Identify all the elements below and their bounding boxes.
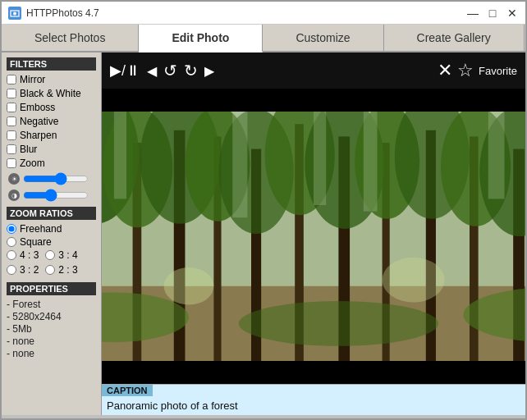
prop-dimensions: - 5280x2464 xyxy=(7,311,96,322)
zoom-4-3: 4 : 3 xyxy=(7,249,39,261)
photo-area: ▶/⏸ ◀ ↺ ↻ ▶ ✕ ☆ Favorite xyxy=(102,52,525,415)
favorite-section: ✕ ☆ Favorite xyxy=(438,60,517,81)
tab-select-photos[interactable]: Select Photos xyxy=(2,25,139,51)
filter-mirror-checkbox[interactable] xyxy=(7,75,16,84)
filter-bw: Black & White xyxy=(7,88,96,99)
filter-zoom: Zoom xyxy=(7,158,96,169)
svg-rect-41 xyxy=(232,112,247,217)
zoom-3-4: 3 : 4 xyxy=(45,249,77,261)
filter-emboss-label: Emboss xyxy=(20,102,55,113)
window-controls: — □ ✕ xyxy=(466,7,519,20)
filter-emboss-checkbox[interactable] xyxy=(7,103,16,112)
filter-zoom-checkbox[interactable] xyxy=(7,158,16,168)
title-bar: HTTPPhotos 4.7 — □ ✕ xyxy=(2,2,525,25)
filter-zoom-label: Zoom xyxy=(20,158,45,169)
prop-extra2: - none xyxy=(7,348,96,359)
zoom-4-3-label: 4 : 3 xyxy=(20,249,39,261)
zoom-ratio-row2: 3 : 2 2 : 3 xyxy=(7,264,96,277)
zoom-2-3-label: 2 : 3 xyxy=(58,264,77,276)
zoom-freehand-radio[interactable] xyxy=(7,224,16,234)
zoom-ratio-row1: 4 : 3 3 : 4 xyxy=(7,249,96,262)
minimize-button[interactable]: — xyxy=(466,7,479,20)
close-button[interactable]: ✕ xyxy=(506,7,519,20)
zoom-2-3-radio[interactable] xyxy=(45,265,55,275)
app-icon xyxy=(8,7,21,20)
filter-sharpen-checkbox[interactable] xyxy=(7,130,16,140)
svg-point-1 xyxy=(13,11,16,15)
contrast-row: ◑ xyxy=(8,189,94,202)
filter-negative-checkbox[interactable] xyxy=(7,116,16,126)
svg-point-35 xyxy=(239,301,438,346)
filter-mirror-label: Mirror xyxy=(20,74,45,85)
filter-sharpen: Sharpen xyxy=(7,130,96,141)
prev-button[interactable]: ◀ xyxy=(147,63,157,79)
filter-negative: Negative xyxy=(7,116,96,127)
black-bar-bottom xyxy=(102,361,525,384)
brightness-icon: ☀ xyxy=(8,173,20,185)
zoom-square-label: Square xyxy=(20,236,52,248)
maximize-button[interactable]: □ xyxy=(486,7,499,20)
zoom-ratios: ZOOM RATIOS Freehand Square 4 : 3 3 : 4 xyxy=(7,207,96,277)
zoom-ratios-header: ZOOM RATIOS xyxy=(7,207,96,220)
properties: PROPERTIES - Forest - 5280x2464 - 5Mb - … xyxy=(7,282,96,359)
photo-display xyxy=(102,112,525,361)
zoom-3-4-label: 3 : 4 xyxy=(58,249,77,261)
rotate-ccw-button[interactable]: ↺ xyxy=(163,61,177,80)
zoom-3-4-radio[interactable] xyxy=(45,250,55,260)
caption-area: CAPTION xyxy=(102,384,525,415)
next-button[interactable]: ▶ xyxy=(204,63,214,79)
slider-container: ☀ ◑ xyxy=(8,172,94,202)
svg-rect-42 xyxy=(314,112,326,205)
zoom-3-2: 3 : 2 xyxy=(7,264,39,276)
caption-input[interactable] xyxy=(102,396,525,415)
main-content: FILTERS Mirror Black & White Emboss Nega… xyxy=(2,52,525,415)
sidebar: FILTERS Mirror Black & White Emboss Nega… xyxy=(2,52,102,415)
prop-name: - Forest xyxy=(7,299,96,310)
properties-header: PROPERTIES xyxy=(7,282,96,295)
close-photo-button[interactable]: ✕ xyxy=(438,60,452,81)
zoom-3-2-label: 3 : 2 xyxy=(20,264,39,276)
filter-blur-label: Blur xyxy=(20,144,37,155)
window-title: HTTPPhotos 4.7 xyxy=(26,7,99,19)
prop-extra1: - none xyxy=(7,336,96,347)
favorite-label: Favorite xyxy=(479,65,517,77)
zoom-2-3: 2 : 3 xyxy=(45,264,77,276)
title-bar-left: HTTPPhotos 4.7 xyxy=(8,7,99,20)
filter-negative-label: Negative xyxy=(20,116,58,127)
svg-point-37 xyxy=(164,267,214,305)
svg-point-38 xyxy=(383,258,445,303)
contrast-icon: ◑ xyxy=(8,189,20,201)
zoom-freehand: Freehand xyxy=(7,223,96,235)
filter-emboss: Emboss xyxy=(7,102,96,113)
prop-size: - 5Mb xyxy=(7,323,96,335)
brightness-row: ☀ xyxy=(8,172,94,185)
zoom-square: Square xyxy=(7,236,96,248)
favorite-star-button[interactable]: ☆ xyxy=(457,60,474,81)
svg-rect-43 xyxy=(364,112,378,212)
filter-sharpen-label: Sharpen xyxy=(20,130,57,141)
zoom-3-2-radio[interactable] xyxy=(7,265,16,275)
tab-edit-photo[interactable]: Edit Photo xyxy=(139,25,263,52)
caption-label: CAPTION xyxy=(102,385,153,396)
play-pause-button[interactable]: ▶/⏸ xyxy=(110,62,140,80)
filter-blur: Blur xyxy=(7,144,96,155)
tab-customize[interactable]: Customize xyxy=(263,25,383,51)
zoom-square-radio[interactable] xyxy=(7,237,16,247)
filters-header: FILTERS xyxy=(7,57,96,71)
zoom-freehand-label: Freehand xyxy=(20,223,62,235)
nav-tabs: Select Photos Edit Photo Customize Creat… xyxy=(2,25,525,52)
rotate-cw-button[interactable]: ↻ xyxy=(184,61,198,80)
contrast-slider[interactable] xyxy=(23,189,89,202)
black-bar-top xyxy=(102,89,525,112)
svg-rect-44 xyxy=(488,112,505,199)
filter-mirror: Mirror xyxy=(7,74,96,85)
brightness-slider[interactable] xyxy=(23,172,89,185)
filter-blur-checkbox[interactable] xyxy=(7,144,16,154)
svg-rect-40 xyxy=(114,112,126,199)
photo-toolbar: ▶/⏸ ◀ ↺ ↻ ▶ ✕ ☆ Favorite xyxy=(102,52,525,89)
tab-create-gallery[interactable]: Create Gallery xyxy=(384,25,525,51)
zoom-4-3-radio[interactable] xyxy=(7,250,16,260)
forest-image xyxy=(102,112,525,361)
filter-bw-label: Black & White xyxy=(20,88,81,99)
filter-bw-checkbox[interactable] xyxy=(7,89,16,98)
